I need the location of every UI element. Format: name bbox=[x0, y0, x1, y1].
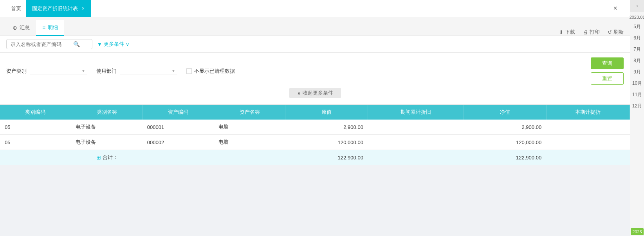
hide-cleared-checkbox-item: 不显示已清理数据 bbox=[186, 68, 235, 75]
reset-button[interactable]: 重置 bbox=[591, 72, 624, 85]
sidebar-date: 2023.01 bbox=[630, 13, 644, 21]
sidebar-month-12[interactable]: 12月 bbox=[630, 100, 644, 112]
total-icon: ⊞ bbox=[96, 154, 101, 161]
col-asset-name: 资产名称 bbox=[214, 105, 285, 120]
tab-detail[interactable]: ≡ 明细 bbox=[36, 20, 64, 36]
total-label: ⊞ 合计： bbox=[5, 154, 209, 161]
nav-tab: 固定资产折旧统计表 × bbox=[26, 0, 91, 17]
col-category-name: 类别名称 bbox=[71, 105, 142, 120]
nav-home[interactable]: 首页 bbox=[6, 5, 26, 12]
detail-tab-icon: ≡ bbox=[42, 25, 45, 31]
table-container: 类别编码 类别名称 资产编码 资产名称 原值 期初累计折旧 净值 本期计提折 0… bbox=[0, 105, 630, 236]
row1-category-name: 电子设备 bbox=[71, 120, 142, 135]
window-close-button[interactable]: × bbox=[607, 4, 624, 13]
query-button[interactable]: 查询 bbox=[591, 57, 624, 69]
data-table: 类别编码 类别名称 资产编码 资产名称 原值 期初累计折旧 净值 本期计提折 0… bbox=[0, 105, 630, 165]
collapse-label: 收起更多条件 bbox=[303, 89, 333, 97]
col-current-depreciation: 本期计提折 bbox=[546, 105, 630, 120]
content-area: ⊕ 汇总 ≡ 明细 ⬇ 下载 🖨 打印 ↺ 刷新 bbox=[0, 17, 630, 236]
asset-category-arrow-icon: ▼ bbox=[81, 69, 85, 73]
table-row: 05 电子设备 000001 电脑 2,900.00 2,900.00 bbox=[0, 120, 630, 135]
row1-accumulated-depreciation bbox=[368, 120, 464, 135]
refresh-icon: ↺ bbox=[608, 29, 612, 35]
search-input[interactable] bbox=[11, 41, 73, 47]
table-row: 05 电子设备 000002 电脑 120,000.00 120,000.00 bbox=[0, 135, 630, 150]
chevron-up-icon: ∧ bbox=[297, 90, 301, 96]
download-button[interactable]: ⬇ 下载 bbox=[559, 29, 575, 36]
department-select[interactable]: ▼ bbox=[120, 67, 177, 75]
filter-asset-category: 资产类别 ▼ bbox=[6, 67, 87, 75]
total-label-cell: ⊞ 合计： bbox=[0, 150, 214, 165]
print-label: 打印 bbox=[590, 29, 600, 36]
tab-detail-label: 明细 bbox=[48, 24, 58, 31]
filter-department: 使用部门 ▼ bbox=[96, 67, 177, 75]
download-label: 下载 bbox=[565, 29, 575, 36]
filter-icon: ▼ bbox=[97, 41, 102, 47]
row2-net-value: 120,000.00 bbox=[464, 135, 546, 150]
download-icon: ⬇ bbox=[559, 29, 563, 35]
total-current-depreciation bbox=[546, 150, 630, 165]
row2-category-code: 05 bbox=[0, 135, 71, 150]
sidebar-month-10[interactable]: 10月 bbox=[630, 78, 644, 89]
search-icon[interactable]: 🔍 bbox=[73, 41, 80, 47]
hide-cleared-checkbox[interactable] bbox=[186, 68, 192, 74]
row1-asset-name: 电脑 bbox=[214, 120, 285, 135]
tab-bar: ⊕ 汇总 ≡ 明细 ⬇ 下载 🖨 打印 ↺ 刷新 bbox=[0, 17, 630, 36]
search-input-wrap: 🔍 bbox=[6, 39, 92, 49]
summary-tab-icon: ⊕ bbox=[13, 25, 17, 31]
sidebar-month-5[interactable]: 5月 bbox=[630, 21, 644, 32]
asset-category-label: 资产类别 bbox=[6, 68, 27, 75]
tab-summary[interactable]: ⊕ 汇总 bbox=[6, 20, 36, 36]
chevron-down-icon: ∨ bbox=[126, 41, 130, 47]
print-button[interactable]: 🖨 打印 bbox=[583, 29, 600, 36]
print-icon: 🖨 bbox=[583, 29, 588, 35]
total-original-value: 122,900.00 bbox=[285, 150, 368, 165]
row2-original-value: 120,000.00 bbox=[285, 135, 368, 150]
row1-current-depreciation bbox=[546, 120, 630, 135]
total-empty-1 bbox=[214, 150, 285, 165]
sidebar-year-badge[interactable]: 2023 bbox=[631, 228, 643, 235]
more-conditions-button[interactable]: ▼ 更多条件 ∨ bbox=[97, 41, 130, 48]
collapse-row: ∧ 收起更多条件 bbox=[6, 85, 624, 101]
row2-asset-name: 电脑 bbox=[214, 135, 285, 150]
sidebar-month-6[interactable]: 6月 bbox=[630, 32, 644, 44]
row2-current-depreciation bbox=[546, 135, 630, 150]
asset-category-value bbox=[31, 68, 78, 74]
col-accumulated-depreciation: 期初累计折旧 bbox=[368, 105, 464, 120]
row1-asset-code: 000001 bbox=[143, 120, 214, 135]
nav-tab-close-icon[interactable]: × bbox=[82, 6, 85, 11]
department-value bbox=[121, 68, 168, 74]
filter-actions: 查询 重置 bbox=[591, 57, 624, 85]
sidebar-chevron-button[interactable]: › bbox=[630, 0, 644, 12]
department-label: 使用部门 bbox=[96, 68, 117, 75]
toolbar: ⬇ 下载 🖨 打印 ↺ 刷新 bbox=[559, 29, 624, 36]
tab-summary-label: 汇总 bbox=[20, 24, 30, 31]
total-accumulated-depreciation bbox=[368, 150, 464, 165]
row1-original-value: 2,900.00 bbox=[285, 120, 368, 135]
hide-cleared-label: 不显示已清理数据 bbox=[194, 68, 235, 75]
table-header-row: 类别编码 类别名称 资产编码 资产名称 原值 期初累计折旧 净值 本期计提折 bbox=[0, 105, 630, 120]
sidebar-month-8[interactable]: 8月 bbox=[630, 55, 644, 66]
right-sidebar: › 2023.01 5月 6月 7月 8月 9月 10月 11月 12月 202… bbox=[630, 0, 644, 236]
row1-net-value: 2,900.00 bbox=[464, 120, 546, 135]
collapse-button[interactable]: ∧ 收起更多条件 bbox=[289, 88, 341, 98]
total-net-value: 122,900.00 bbox=[464, 150, 546, 165]
row2-category-name: 电子设备 bbox=[71, 135, 142, 150]
more-conditions-label: 更多条件 bbox=[104, 41, 124, 48]
nav-tab-label: 固定资产折旧统计表 bbox=[32, 5, 78, 12]
total-text: 合计： bbox=[103, 154, 118, 161]
refresh-label: 刷新 bbox=[613, 29, 624, 36]
row2-accumulated-depreciation bbox=[368, 135, 464, 150]
filter-area: 资产类别 ▼ 使用部门 ▼ 不显示已清理数据 bbox=[0, 53, 630, 105]
department-arrow-icon: ▼ bbox=[171, 69, 175, 73]
search-bar: 🔍 ▼ 更多条件 ∨ bbox=[0, 36, 630, 53]
sidebar-month-9[interactable]: 9月 bbox=[630, 66, 644, 78]
row2-asset-code: 000002 bbox=[143, 135, 214, 150]
top-nav: 首页 固定资产折旧统计表 × × bbox=[0, 0, 630, 17]
sidebar-month-11[interactable]: 11月 bbox=[630, 89, 644, 100]
refresh-button[interactable]: ↺ 刷新 bbox=[608, 29, 624, 36]
col-asset-code: 资产编码 bbox=[143, 105, 214, 120]
col-net-value: 净值 bbox=[464, 105, 546, 120]
asset-category-select[interactable]: ▼ bbox=[30, 67, 87, 75]
sidebar-month-7[interactable]: 7月 bbox=[630, 44, 644, 55]
